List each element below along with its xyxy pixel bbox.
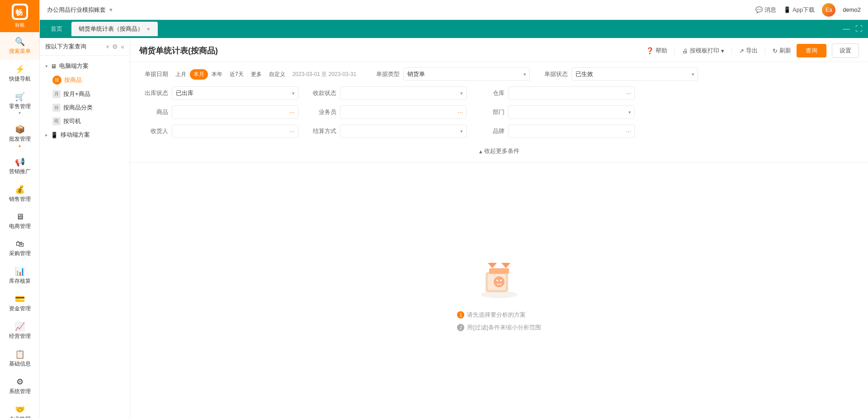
recipient-control: ···	[172, 124, 298, 138]
export-icon: ↗	[739, 48, 744, 54]
recipient-dots[interactable]: ···	[289, 128, 295, 135]
username-label: demo2	[843, 6, 861, 13]
tree-pc-section[interactable]: ▾ 🖥 电脑端方案	[40, 59, 130, 73]
salesman-dots[interactable]: ···	[458, 109, 463, 116]
sidebar-item-system[interactable]: ⚙ 系统管理	[0, 372, 39, 400]
sidebar-item-enterprise[interactable]: 🤝 企业协同	[0, 400, 39, 418]
goods-field[interactable]: ···	[172, 105, 298, 119]
add-scheme-btn[interactable]: +	[106, 43, 109, 50]
date-tab-more[interactable]: 更多	[247, 69, 265, 80]
page-actions: ❓ 帮助 🖨 按模板打印 ▾ ↗ 导出	[646, 43, 859, 58]
sidebar-purchase-label: 采购管理	[9, 250, 31, 257]
empty-hint-2: 2 用[过滤]条件来缩小分析范围	[457, 323, 541, 332]
template-print-btn[interactable]: 🖨 按模板打印 ▾	[682, 47, 724, 55]
settings-btn[interactable]: 设置	[832, 43, 859, 58]
tree-item-by-goods[interactable]: 按 按商品	[51, 73, 130, 87]
sidebar-item-search[interactable]: 🔍 搜索菜单	[0, 32, 39, 60]
industry-dropdown-icon[interactable]: ▾	[109, 6, 113, 13]
basic-icon: 📋	[15, 349, 25, 359]
tree-item-goods-cat[interactable]: 分 按商品分类	[51, 101, 130, 114]
salesman-field[interactable]: ···	[340, 105, 467, 119]
tab-sales-stat[interactable]: 销货单统计表（按商品） ×	[71, 22, 158, 36]
doc-status-arrow: ▾	[692, 71, 694, 77]
sidebar-item-quicknav[interactable]: ⚡ 快捷导航	[0, 60, 39, 87]
tree-mobile-section[interactable]: ▸ 📱 移动端方案	[40, 128, 130, 142]
retail-arrow: ▾	[19, 110, 21, 115]
tab-home-label: 首页	[51, 25, 62, 33]
logo-icon: 畅	[12, 4, 28, 20]
filter-row-3: 商品 ··· 业务员 ··· 部门	[139, 105, 859, 119]
department-label: 部门	[476, 108, 508, 116]
message-btn[interactable]: 💬 消息	[755, 6, 776, 14]
sidebar-item-finance[interactable]: 💳 资金管理	[0, 290, 39, 317]
month-goods-icon: 月	[52, 90, 61, 98]
main-area: 办公用品行业模拟账套 ▾ 💬 消息 📱 App下载 Ea demo2 首页 销货…	[40, 0, 868, 418]
hint-text-2: 用[过滤]条件来缩小分析范围	[467, 323, 541, 332]
tree-item-month-goods[interactable]: 月 按月+商品	[51, 87, 130, 101]
settle-field[interactable]: ▾	[340, 124, 467, 138]
settings-scheme-btn[interactable]: ⚙	[112, 43, 118, 50]
content-wrapper: 按以下方案查询 + ⚙ « ▾ 🖥 电脑端方案 按 按商品	[40, 38, 868, 418]
doc-type-field[interactable]: 销货单 ▾	[403, 67, 530, 81]
out-status-label: 出库状态	[139, 89, 172, 97]
sidebar-item-sales[interactable]: 💰 销售管理	[0, 180, 39, 208]
date-tab-thisyear[interactable]: 本年	[208, 69, 226, 80]
date-tab-custom[interactable]: 自定义	[265, 69, 289, 80]
mobile-section-label: 移动端方案	[61, 131, 90, 139]
warehouse-label: 仓库	[476, 89, 508, 97]
sidebar-retail-label: 零售管理	[9, 103, 31, 110]
tab-maximize-btn[interactable]: ⛶	[854, 23, 864, 35]
warehouse-dots[interactable]: ···	[626, 90, 631, 97]
help-btn[interactable]: ❓ 帮助	[646, 47, 667, 55]
sidebar-item-purchase[interactable]: 🛍 采购管理	[0, 235, 39, 262]
date-tab-thismonth[interactable]: 本月	[190, 69, 208, 80]
export-btn[interactable]: ↗ 导出	[739, 47, 758, 55]
empty-illustration	[472, 249, 526, 304]
receipt-status-label: 收款状态	[307, 89, 340, 97]
top-header: 办公用品行业模拟账套 ▾ 💬 消息 📱 App下载 Ea demo2	[40, 0, 868, 20]
goods-dots[interactable]: ···	[289, 109, 295, 116]
brand-field[interactable]: ···	[508, 124, 635, 138]
sidebar-item-wholesale[interactable]: 📦 批发管理 ▴	[0, 120, 39, 152]
message-label: 消息	[764, 6, 776, 14]
tab-minimize-btn[interactable]: —	[841, 23, 852, 35]
by-goods-label: 按商品	[64, 76, 82, 84]
sidebar-ecommerce-label: 电商管理	[9, 223, 31, 230]
warehouse-field[interactable]: ···	[508, 86, 635, 100]
user-avatar[interactable]: Ea	[822, 3, 835, 17]
left-panel: 按以下方案查询 + ⚙ « ▾ 🖥 电脑端方案 按 按商品	[40, 38, 130, 418]
tab-sales-stat-close[interactable]: ×	[146, 26, 151, 32]
sidebar-item-ecommerce[interactable]: 🖥 电商管理	[0, 208, 39, 235]
tree-item-by-cashier[interactable]: 司 按司机	[51, 114, 130, 128]
doc-type-label: 单据类型	[371, 70, 403, 78]
hint-num-1: 1	[457, 311, 464, 318]
brand-dots[interactable]: ···	[626, 128, 631, 135]
recipient-field[interactable]: ···	[172, 124, 298, 138]
collapse-filters-btn[interactable]: ▴ 收起更多条件	[139, 143, 859, 157]
app-download-btn[interactable]: 📱 App下载	[783, 6, 815, 14]
collapse-panel-btn[interactable]: «	[121, 43, 124, 50]
retail-icon: 🛒	[15, 92, 25, 102]
svg-point-7	[500, 280, 502, 281]
department-field[interactable]: ▾	[508, 105, 635, 119]
doc-status-field[interactable]: 已生效 ▾	[571, 67, 698, 81]
query-btn[interactable]: 查询	[797, 44, 826, 57]
sidebar-item-marketing[interactable]: 📢 营销推广	[0, 152, 39, 180]
date-tab-7days[interactable]: 近7天	[226, 69, 247, 80]
out-status-field[interactable]: 已出库 ▾	[172, 86, 298, 100]
goods-cat-icon: 分	[52, 104, 61, 112]
sidebar-item-basic[interactable]: 📋 基础信息	[0, 345, 39, 372]
tab-home[interactable]: 首页	[43, 22, 70, 36]
refresh-btn[interactable]: ↻ 刷新	[773, 47, 791, 55]
filter-row-4: 收货人 ··· 结算方式 ▾ 品牌	[139, 124, 859, 138]
department-control: ▾	[508, 105, 635, 119]
sidebar-item-inventory[interactable]: 📊 库存核算	[0, 262, 39, 290]
date-tab-lastmonth[interactable]: 上月	[172, 69, 190, 80]
goods-label: 商品	[139, 108, 172, 116]
sidebar-item-operations[interactable]: 📈 经营管理	[0, 317, 39, 345]
receipt-status-field[interactable]: ▾	[340, 86, 467, 100]
print-icon: 🖨	[682, 48, 688, 54]
refresh-icon: ↻	[773, 48, 778, 54]
sidebar-item-retail[interactable]: 🛒 零售管理 ▾	[0, 87, 39, 120]
doc-status-control: 已生效 ▾	[571, 67, 698, 81]
